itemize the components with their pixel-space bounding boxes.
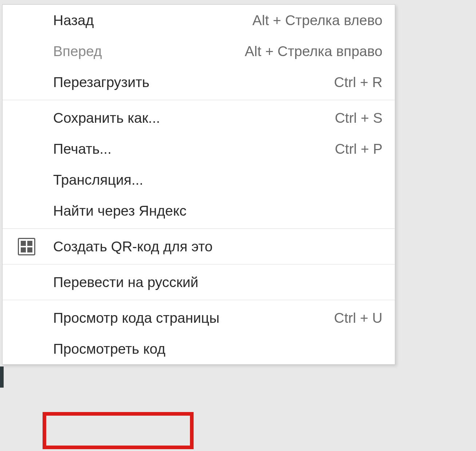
menu-item-label: Найти через Яндекс — [53, 203, 382, 219]
menu-item-create-qr[interactable]: Создать QR-код для это — [3, 231, 395, 262]
menu-item-view-source[interactable]: Просмотр кода страницы Ctrl + U — [3, 302, 395, 333]
menu-item-label: Создать QR-код для это — [53, 239, 382, 255]
menu-item-reload[interactable]: Перезагрузить Ctrl + R — [3, 67, 395, 98]
menu-item-shortcut: Ctrl + R — [334, 74, 386, 90]
menu-item-shortcut: Alt + Стрелка вправо — [245, 43, 386, 59]
menu-item-back[interactable]: Назад Alt + Стрелка влево — [3, 5, 395, 36]
menu-item-label: Печать... — [53, 141, 335, 157]
menu-item-label: Просмотр кода страницы — [53, 310, 334, 326]
menu-item-label: Перевести на русский — [53, 274, 382, 290]
menu-item-print[interactable]: Печать... Ctrl + P — [3, 133, 395, 164]
menu-item-shortcut: Ctrl + P — [335, 141, 386, 157]
menu-item-shortcut: Alt + Стрелка влево — [252, 12, 386, 28]
background-strip — [0, 366, 4, 388]
separator — [3, 300, 395, 300]
menu-item-label: Назад — [53, 12, 252, 28]
separator — [3, 264, 395, 264]
menu-item-label: Сохранить как... — [53, 110, 335, 126]
menu-item-label: Перезагрузить — [53, 74, 334, 90]
menu-item-shortcut: Ctrl + U — [334, 310, 386, 326]
menu-item-label: Трансляция... — [53, 172, 382, 188]
menu-item-label: Просмотреть код — [53, 341, 382, 357]
menu-item-forward: Вперед Alt + Стрелка вправо — [3, 36, 395, 67]
menu-item-cast[interactable]: Трансляция... — [3, 164, 395, 195]
highlight-annotation — [43, 412, 194, 449]
separator — [3, 100, 395, 100]
menu-item-save-as[interactable]: Сохранить как... Ctrl + S — [3, 102, 395, 133]
menu-item-inspect[interactable]: Просмотреть код — [3, 333, 395, 364]
separator — [3, 228, 395, 229]
menu-item-shortcut: Ctrl + S — [335, 110, 386, 126]
menu-item-translate[interactable]: Перевести на русский — [3, 267, 395, 298]
context-menu: Назад Alt + Стрелка влево Вперед Alt + С… — [2, 4, 395, 365]
qr-icon — [11, 238, 53, 255]
menu-item-label: Вперед — [53, 43, 245, 59]
menu-item-search-yandex[interactable]: Найти через Яндекс — [3, 195, 395, 226]
